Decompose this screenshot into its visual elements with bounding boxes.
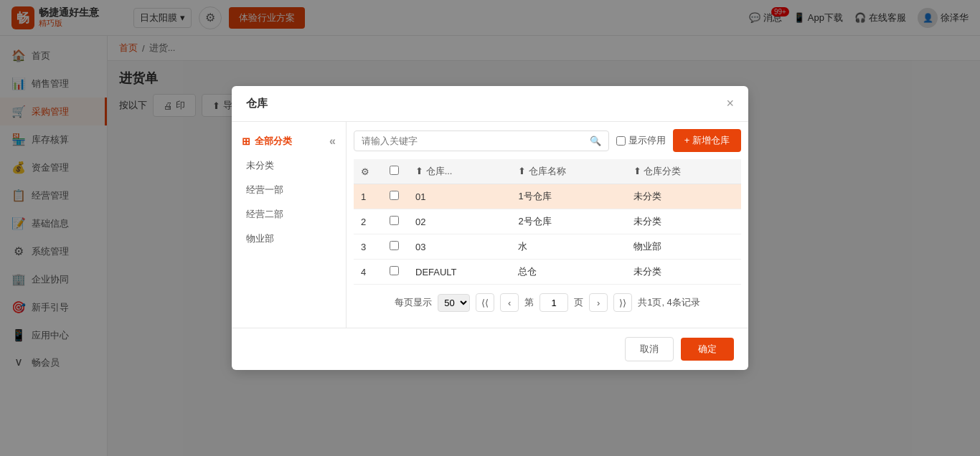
col-settings: ⚙ xyxy=(354,159,382,184)
modal-header: 仓库 × xyxy=(232,86,748,122)
row-select-checkbox[interactable] xyxy=(390,191,399,200)
row-code: DEFAULT xyxy=(408,260,511,285)
table-panel: 🔍 显示停用 + 新增仓库 ⚙ xyxy=(347,122,748,328)
prev-page-button[interactable]: ‹ xyxy=(500,293,519,312)
modal-title: 仓库 xyxy=(246,97,268,110)
show-disabled-checkbox[interactable] xyxy=(616,136,626,146)
category-item-dept2[interactable]: 经营二部 xyxy=(232,202,346,227)
row-category: 未分类 xyxy=(626,184,741,209)
category-panel: ⊞ 全部分类 « 未分类 经营一部 经营二部 物业部 xyxy=(232,122,347,328)
category-item-property[interactable]: 物业部 xyxy=(232,227,346,251)
show-disabled-area: 显示停用 xyxy=(616,134,666,147)
table-row[interactable]: 3 03 水 物业部 xyxy=(354,234,741,260)
col-code-header: ⬆ 仓库... xyxy=(408,159,511,184)
confirm-button[interactable]: 确定 xyxy=(681,338,734,361)
search-input-wrapper[interactable]: 🔍 xyxy=(354,130,609,151)
category-all-label: 全部分类 xyxy=(255,135,292,148)
per-page-select[interactable]: 50 xyxy=(438,294,470,312)
row-checkbox[interactable] xyxy=(382,234,408,260)
col-name-header: ⬆ 仓库名称 xyxy=(511,159,626,184)
page-number-input[interactable] xyxy=(540,293,568,312)
per-page-label: 每页显示 xyxy=(395,296,432,309)
sort-icon2: ⬆ xyxy=(518,166,526,176)
warehouse-modal: 仓库 × ⊞ 全部分类 « 未分类 经营一部 经营二部 xyxy=(232,86,748,370)
total-info: 共1页, 4条记录 xyxy=(638,296,700,309)
category-item-unclassified[interactable]: 未分类 xyxy=(232,153,346,178)
modal-close-button[interactable]: × xyxy=(726,96,734,111)
row-category: 物业部 xyxy=(626,234,741,260)
search-input[interactable] xyxy=(362,136,585,146)
row-code: 01 xyxy=(408,184,511,209)
row-checkbox[interactable] xyxy=(382,209,408,234)
row-name: 2号仓库 xyxy=(511,209,626,234)
search-icon: 🔍 xyxy=(590,136,601,146)
cancel-button[interactable]: 取消 xyxy=(625,337,674,361)
table-container: ⚙ ⬆ 仓库... ⬆ xyxy=(354,159,741,285)
row-index: 4 xyxy=(354,260,382,285)
show-disabled-label: 显示停用 xyxy=(628,134,666,147)
category-all-header[interactable]: ⊞ 全部分类 « xyxy=(232,129,346,153)
row-name: 水 xyxy=(511,234,626,260)
new-warehouse-button[interactable]: + 新增仓库 xyxy=(673,129,741,152)
row-code: 02 xyxy=(408,209,511,234)
table-row[interactable]: 2 02 2号仓库 未分类 xyxy=(354,209,741,234)
row-category: 未分类 xyxy=(626,260,741,285)
table-header: ⚙ ⬆ 仓库... ⬆ xyxy=(354,159,741,184)
col-checkbox-header xyxy=(382,159,408,184)
row-index: 3 xyxy=(354,234,382,260)
row-index: 2 xyxy=(354,209,382,234)
row-category: 未分类 xyxy=(626,209,741,234)
row-select-checkbox[interactable] xyxy=(390,266,399,275)
row-select-checkbox[interactable] xyxy=(390,241,399,250)
row-code: 03 xyxy=(408,234,511,260)
page-suffix: 页 xyxy=(574,296,583,309)
sort-icon3: ⬆ xyxy=(633,166,641,176)
col-category-header: ⬆ 仓库分类 xyxy=(626,159,741,184)
table-row[interactable]: 1 01 1号仓库 未分类 xyxy=(354,184,741,209)
collapse-button[interactable]: « xyxy=(329,135,336,148)
modal-body: ⊞ 全部分类 « 未分类 经营一部 经营二部 物业部 xyxy=(232,122,748,328)
sort-icon: ⬆ xyxy=(415,166,423,176)
modal-overlay: 仓库 × ⊞ 全部分类 « 未分类 经营一部 经营二部 xyxy=(0,0,980,456)
row-name: 总仓 xyxy=(511,260,626,285)
row-checkbox[interactable] xyxy=(382,260,408,285)
row-checkbox[interactable] xyxy=(382,184,408,209)
settings-icon: ⚙ xyxy=(361,166,369,177)
table-body: 1 01 1号仓库 未分类 2 02 2号仓库 未分类 3 03 水 物业部 4… xyxy=(354,184,741,285)
grid-icon: ⊞ xyxy=(242,136,250,147)
row-name: 1号仓库 xyxy=(511,184,626,209)
next-page-button[interactable]: › xyxy=(589,293,608,312)
search-bar: 🔍 显示停用 + 新增仓库 xyxy=(354,129,741,152)
table-row[interactable]: 4 DEFAULT 总仓 未分类 xyxy=(354,260,741,285)
select-all-checkbox[interactable] xyxy=(390,166,399,175)
row-select-checkbox[interactable] xyxy=(390,216,399,225)
last-page-button[interactable]: ⟩⟩ xyxy=(613,293,632,312)
first-page-button[interactable]: ⟨⟨ xyxy=(476,293,494,312)
modal-footer: 取消 确定 xyxy=(232,328,748,370)
pagination: 每页显示 50 ⟨⟨ ‹ 第 页 › ⟩⟩ 共1页, 4条记录 xyxy=(354,285,741,320)
warehouse-table: ⚙ ⬆ 仓库... ⬆ xyxy=(354,159,741,285)
row-index: 1 xyxy=(354,184,382,209)
category-item-dept1[interactable]: 经营一部 xyxy=(232,178,346,202)
page-label: 第 xyxy=(524,296,534,309)
